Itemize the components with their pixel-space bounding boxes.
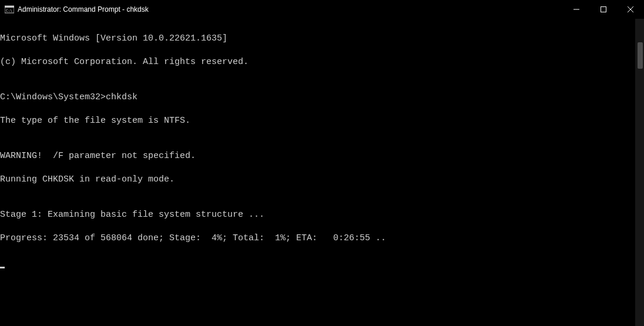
output-line: WARNING! /F parameter not specified. bbox=[0, 150, 644, 162]
titlebar-left: C:\ Administrator: Command Prompt - chkd… bbox=[5, 5, 149, 14]
svg-rect-1 bbox=[5, 6, 14, 8]
output-line: Running CHKDSK in read-only mode. bbox=[0, 174, 644, 186]
close-button[interactable] bbox=[617, 0, 644, 19]
output-line: (c) Microsoft Corporation. All rights re… bbox=[0, 56, 644, 68]
scrollbar-thumb[interactable] bbox=[638, 42, 643, 69]
command-text: chkdsk bbox=[106, 92, 137, 102]
terminal-output[interactable]: Microsoft Windows [Version 10.0.22621.16… bbox=[0, 19, 644, 326]
output-line: Progress: 23534 of 568064 done; Stage: 4… bbox=[0, 233, 644, 244]
window-title: Administrator: Command Prompt - chkdsk bbox=[18, 5, 149, 14]
window-controls bbox=[563, 0, 644, 19]
minimize-button[interactable] bbox=[563, 0, 590, 19]
svg-rect-4 bbox=[601, 7, 606, 12]
output-line: Stage 1: Examining basic file system str… bbox=[0, 209, 644, 221]
cmd-icon: C:\ bbox=[5, 5, 14, 14]
prompt-line: C:\Windows\System32>chkdsk bbox=[0, 92, 644, 103]
maximize-button[interactable] bbox=[590, 0, 617, 19]
svg-text:C:\: C:\ bbox=[6, 8, 12, 12]
output-line: Microsoft Windows [Version 10.0.22621.16… bbox=[0, 33, 644, 45]
titlebar: C:\ Administrator: Command Prompt - chkd… bbox=[0, 0, 644, 19]
prompt: C:\Windows\System32> bbox=[0, 92, 106, 102]
cursor bbox=[0, 267, 5, 268]
output-line: The type of the file system is NTFS. bbox=[0, 115, 644, 127]
scrollbar-track[interactable] bbox=[635, 19, 644, 326]
